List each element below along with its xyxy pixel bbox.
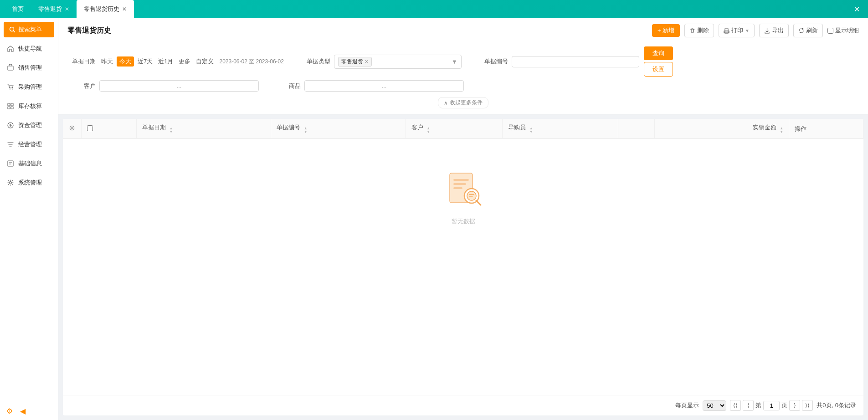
tab-retail-return[interactable]: 零售退货 ✕ (31, 0, 77, 18)
sidebar-item-system-mgmt[interactable]: 系统管理 (0, 173, 58, 192)
sort-bill-date[interactable]: ▲▼ (169, 127, 173, 134)
sort-bill-no[interactable]: ▲▼ (304, 127, 308, 134)
refresh-button[interactable]: 刷新 (793, 24, 823, 37)
table-container: 单据日期 ▲▼ 单据编号 ▲▼ 客户 ▲▼ (63, 119, 863, 395)
sort-customer[interactable]: ▲▼ (426, 127, 430, 134)
sidebar-item-inventory-calc-label: 库存核算 (18, 102, 42, 110)
th-action: 操作 (789, 119, 863, 139)
query-button[interactable]: 查询 (644, 46, 673, 60)
setting-button-label: 设置 (652, 66, 664, 72)
type-tag-label: 零售退货 (341, 58, 363, 66)
sidebar-item-ops-mgmt[interactable]: 经营管理 (0, 135, 58, 154)
date-opt-more[interactable]: 更多 (177, 56, 192, 67)
sidebar-item-basic-info-label: 基础信息 (18, 159, 42, 168)
delete-button[interactable]: 删除 (684, 24, 714, 37)
svg-rect-15 (453, 179, 469, 181)
show-detail-checkbox[interactable] (827, 28, 833, 34)
select-all-checkbox[interactable] (87, 125, 93, 131)
th-amount: 实销金额 ▲▼ (654, 119, 789, 139)
sales-icon (6, 64, 15, 72)
basic-icon (6, 159, 15, 168)
sidebar-item-basic-info[interactable]: 基础信息 (0, 154, 58, 173)
sidebar: 搜索菜单 快捷导航 销售管理 采购管理 库存核算 (0, 18, 58, 420)
collapse-sidebar-icon[interactable]: ◀ (20, 407, 26, 415)
date-opt-custom[interactable]: 自定义 (194, 56, 216, 67)
customer-input[interactable]: ... (99, 80, 259, 92)
type-filter-tag: 零售退货 ✕ (338, 57, 372, 67)
show-detail-checkbox-label[interactable]: 显示明细 (827, 26, 859, 35)
new-button[interactable]: + 新增 (652, 24, 680, 37)
date-opt-7days[interactable]: 近7天 (136, 56, 154, 67)
finance-icon (6, 121, 15, 129)
sort-guide[interactable]: ▲▼ (529, 127, 533, 134)
date-opt-yesterday[interactable]: 昨天 (99, 56, 115, 67)
th-settings[interactable] (63, 119, 81, 139)
bill-no-input[interactable] (512, 56, 639, 67)
tab-retail-return-history-close[interactable]: ✕ (122, 6, 127, 12)
tab-retail-return-label: 零售退货 (38, 5, 62, 13)
delete-button-label: 删除 (697, 26, 709, 35)
last-page-button[interactable]: ⟩⟩ (802, 400, 813, 411)
sidebar-search[interactable]: 搜索菜单 (4, 22, 54, 37)
svg-line-1 (14, 31, 15, 32)
home-icon (6, 45, 15, 53)
print-dropdown-icon[interactable]: ▼ (745, 28, 750, 33)
th-checkbox[interactable] (81, 119, 136, 139)
collapse-button[interactable]: ∧ 收起更多条件 (438, 97, 488, 108)
collapse-row: ∧ 收起更多条件 (67, 95, 859, 110)
svg-point-11 (10, 182, 12, 184)
per-page-select[interactable]: 50 10 20 100 (703, 400, 726, 411)
page-input[interactable] (763, 401, 780, 410)
type-filter-dropdown[interactable]: 零售退货 ✕ ▼ (334, 55, 462, 69)
first-page-button[interactable]: ⟨⟨ (730, 400, 741, 411)
sidebar-item-quick-nav[interactable]: 快捷导航 (0, 39, 58, 58)
th-bill-date: 单据日期 ▲▼ (136, 119, 271, 139)
th-guide-label: 导购员 (508, 124, 526, 131)
tab-retail-return-history[interactable]: 零售退货历史 ✕ (77, 0, 134, 18)
settings-icon[interactable]: ⚙ (6, 407, 13, 415)
prev-page-button[interactable]: ⟨ (743, 400, 754, 411)
customer-placeholder: ... (177, 82, 182, 89)
svg-rect-2 (8, 66, 13, 70)
svg-point-19 (467, 191, 476, 200)
filter-row-customer-goods: 客户 ... 商品 ... (67, 80, 859, 92)
sidebar-item-sales-mgmt[interactable]: 销售管理 (0, 58, 58, 77)
print-button[interactable]: 打印 ▼ (719, 24, 755, 37)
export-button[interactable]: 导出 (759, 24, 789, 37)
tab-retail-return-history-label: 零售退货历史 (84, 5, 119, 13)
column-settings-icon[interactable] (69, 125, 75, 131)
type-tag-remove[interactable]: ✕ (365, 59, 369, 65)
setting-button[interactable]: 设置 (644, 62, 673, 77)
show-detail-label: 显示明细 (835, 26, 859, 35)
sidebar-item-finance-mgmt-label: 资金管理 (18, 121, 42, 129)
date-opt-1month[interactable]: 近1月 (156, 56, 175, 67)
collapse-button-label: 收起更多条件 (450, 99, 483, 107)
type-dropdown-arrow: ▼ (452, 58, 457, 65)
th-customer: 客户 ▲▼ (406, 119, 502, 139)
tab-home[interactable]: 首页 (5, 0, 31, 18)
sort-amount[interactable]: ▲▼ (780, 127, 783, 134)
window-close-button[interactable]: ✕ (850, 5, 863, 14)
sidebar-item-system-mgmt-label: 系统管理 (18, 179, 42, 187)
data-table: 单据日期 ▲▼ 单据编号 ▲▼ 客户 ▲▼ (63, 119, 863, 139)
sidebar-item-purchase-mgmt[interactable]: 采购管理 (0, 77, 58, 97)
print-icon (724, 28, 729, 34)
goods-input[interactable]: ... (304, 80, 464, 92)
top-bar: 首页 零售退货 ✕ 零售退货历史 ✕ ✕ (0, 0, 868, 18)
content-area: 单据日期 ▲▼ 单据编号 ▲▼ 客户 ▲▼ (63, 119, 863, 415)
next-page-button[interactable]: ⟩ (789, 400, 800, 411)
tab-list: 首页 零售退货 ✕ 零售退货历史 ✕ (5, 0, 850, 18)
refresh-button-label: 刷新 (806, 26, 818, 35)
filter-area: 单据日期 昨天 今天 近7天 近1月 更多 自定义 2023-06-02 至 2… (67, 42, 859, 114)
page-label: 第 (755, 401, 761, 410)
date-opt-today[interactable]: 今天 (117, 56, 134, 67)
customer-filter-label: 客户 (67, 82, 99, 90)
sidebar-item-inventory-calc[interactable]: 库存核算 (0, 97, 58, 116)
svg-rect-17 (453, 187, 462, 189)
svg-rect-6 (11, 103, 13, 106)
tab-retail-return-close[interactable]: ✕ (65, 6, 69, 12)
date-range-display: 2023-06-02 至 2023-06-02 (219, 58, 283, 66)
main-content: 零售退货历史 + 新增 删除 打印 ▼ (58, 18, 868, 420)
sidebar-item-finance-mgmt[interactable]: 资金管理 (0, 116, 58, 135)
new-button-label: + 新增 (657, 26, 674, 35)
